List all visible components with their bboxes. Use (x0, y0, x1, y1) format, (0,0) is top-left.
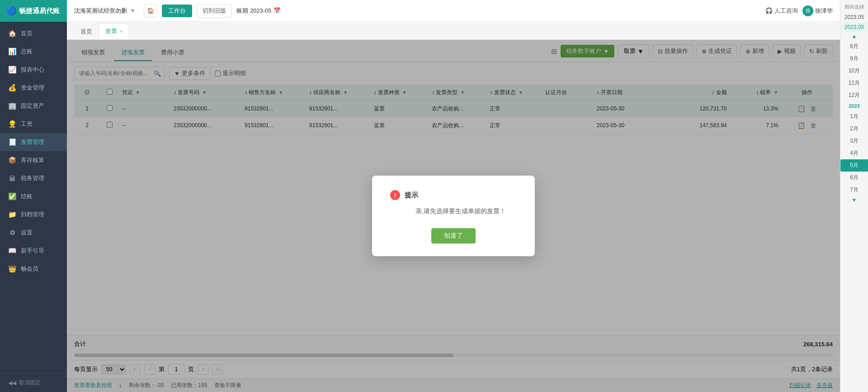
period-month-8[interactable]: 8月 (840, 40, 868, 53)
content-area: 销项发票 进项发票 费用小票 ⊞ 税务数字账户 ▼ 取票 (67, 40, 840, 392)
sidebar-item-settings[interactable]: ⚙ 设置 (0, 224, 67, 242)
sidebar-item-tax[interactable]: 🏛 税务管理 (0, 169, 67, 187)
user-menu[interactable]: 徐 徐泽华 (802, 5, 833, 16)
topbar: 沈海英测试经营勿删 ▼ 🏠 工作台 切到旧版 账期 2023-05 📅 🎧 人工… (67, 0, 840, 22)
period-panel-header: 期间选择 (844, 2, 864, 12)
page-tabs: 首页 发票 × (67, 22, 840, 40)
support-label: 人工咨询 (774, 7, 798, 15)
modal-title: 提示 (405, 191, 418, 200)
period-month-7[interactable]: 7月 (840, 184, 868, 196)
period-display: 账期 2023-05 📅 (236, 7, 281, 15)
period-label: 账期 (236, 7, 248, 15)
workbench-button[interactable]: 工作台 (162, 5, 192, 17)
sidebar-item-label: 工资 (21, 120, 33, 128)
period-year-2023-mid: 2023 (840, 101, 868, 110)
period-month-9[interactable]: 9月 (840, 53, 868, 65)
tab-invoice-label: 发票 (105, 27, 117, 35)
sidebar-item-archive[interactable]: 📁 归档管理 (0, 206, 67, 224)
period-month-1[interactable]: 1月 (840, 110, 868, 123)
sidebar-item-ledger[interactable]: 📊 总账 (0, 43, 67, 61)
home-icon: 🏠 (8, 29, 16, 38)
company-dropdown-icon: ▼ (130, 7, 136, 14)
report-icon: 📈 (8, 66, 16, 74)
period-scroll-up[interactable]: ▲ (852, 32, 857, 40)
finance-icon: 💰 (8, 84, 16, 92)
sidebar-item-guide[interactable]: 📖 新手引导 (0, 242, 67, 260)
inventory-icon: 📦 (8, 156, 16, 164)
user-name: 徐泽华 (815, 7, 833, 15)
main-area: 沈海英测试经营勿删 ▼ 🏠 工作台 切到旧版 账期 2023-05 📅 🎧 人工… (67, 0, 840, 392)
logo-icon: 🔵 (6, 6, 16, 16)
sidebar-item-label: 报表中心 (21, 66, 44, 74)
close-tab-icon[interactable]: × (120, 29, 123, 34)
sidebar-item-label: 固定资产 (21, 102, 44, 110)
invoice-icon: 🧾 (8, 138, 16, 146)
sidebar-item-label: 税务管理 (21, 174, 44, 182)
tab-invoice[interactable]: 发票 × (99, 23, 129, 39)
modal-overlay: ! 提示 亲,请先选择要生成单据的发票！ 知道了 (67, 40, 840, 392)
switch-label: 切到旧版 (203, 7, 226, 14)
period-month-3[interactable]: 3月 (840, 135, 868, 147)
sidebar-item-label: 资金管理 (21, 84, 44, 92)
tax-icon: 🏛 (8, 175, 16, 182)
sidebar-item-close[interactable]: ✅ 结账 (0, 187, 67, 206)
calendar-icon[interactable]: 📅 (274, 7, 281, 14)
sidebar-item-home[interactable]: 🏠 首页 (0, 24, 67, 43)
salary-icon: 👷 (8, 120, 16, 128)
period-month-12[interactable]: 12月 (840, 89, 868, 101)
ledger-icon: 📊 (8, 48, 16, 56)
switch-version-button[interactable]: 切到旧版 (197, 4, 232, 18)
period-scroll-down[interactable]: ▼ (852, 196, 857, 204)
period-panel: 期间选择 2023.05 2023.05 ▲ 8月 9月 10月 11月 12月… (840, 0, 868, 392)
sidebar-item-label: 总账 (21, 48, 33, 56)
app-logo: 🔵 畅捷通易代账 (0, 0, 67, 22)
guide-icon: 📖 (8, 247, 16, 255)
settings-icon: ⚙ (8, 229, 16, 237)
sidebar-item-salary[interactable]: 👷 工资 (0, 115, 67, 133)
sidebar: 🔵 畅捷通易代账 🏠 首页 📊 总账 📈 报表中心 💰 资金管理 🏢 (0, 0, 67, 392)
sidebar-item-label: 归档管理 (21, 210, 44, 219)
sidebar-nav: 🏠 首页 📊 总账 📈 报表中心 💰 资金管理 🏢 固定资产 👷 工资 (0, 22, 67, 373)
sidebar-item-report[interactable]: 📈 报表中心 (0, 61, 67, 79)
period-month-10[interactable]: 10月 (840, 65, 868, 77)
assets-icon: 🏢 (8, 102, 16, 110)
period-month-2[interactable]: 2月 (840, 123, 868, 135)
period-month-6[interactable]: 6月 (840, 172, 868, 184)
modal-title-row: ! 提示 (390, 190, 517, 200)
period-year-2[interactable]: 2023.05 (840, 22, 868, 32)
company-selector[interactable]: 沈海英测试经营勿删 ▼ (74, 7, 136, 15)
logo-text: 畅捷通易代账 (19, 7, 60, 15)
pin-left-icon: ◀◀ (8, 380, 16, 386)
period-month-5[interactable]: 5月 (840, 159, 868, 172)
archive-icon: 📁 (8, 210, 16, 219)
sidebar-item-label: 结账 (21, 192, 33, 201)
period-month-4[interactable]: 4月 (840, 147, 868, 159)
tab-home-label: 首页 (80, 28, 92, 36)
sidebar-item-vip[interactable]: 👑 畅会员 (0, 260, 67, 278)
avatar: 徐 (802, 5, 813, 16)
sidebar-item-finance[interactable]: 💰 资金管理 (0, 79, 67, 97)
tab-home[interactable]: 首页 (74, 24, 99, 39)
period-value: 2023-05 (250, 7, 272, 14)
modal-footer: 知道了 (390, 228, 517, 244)
support-button[interactable]: 🎧 人工咨询 (765, 7, 798, 15)
period-year-1[interactable]: 2023.05 (840, 12, 868, 22)
period-month-11[interactable]: 11月 (840, 77, 868, 89)
modal-confirm-button[interactable]: 知道了 (431, 228, 476, 244)
building-icon: 🏠 (147, 7, 154, 14)
warning-icon: ! (390, 190, 400, 200)
sidebar-item-assets[interactable]: 🏢 固定资产 (0, 97, 67, 115)
collapse-label: 取消固定 (19, 379, 41, 387)
sidebar-item-invoice[interactable]: 🧾 发票管理 (0, 133, 67, 151)
sidebar-item-label: 畅会员 (21, 265, 38, 273)
sidebar-item-label: 首页 (21, 29, 33, 38)
modal-dialog: ! 提示 亲,请先选择要生成单据的发票！ 知道了 (372, 176, 535, 256)
sidebar-footer[interactable]: ◀◀ 取消固定 (0, 373, 67, 392)
sidebar-item-inventory[interactable]: 📦 库存核算 (0, 151, 67, 169)
sidebar-item-label: 发票管理 (21, 138, 44, 146)
close-accounts-icon: ✅ (8, 192, 16, 201)
sidebar-item-label: 库存核算 (21, 156, 44, 164)
workbench-label: 工作台 (168, 7, 186, 14)
company-settings-button[interactable]: 🏠 (144, 4, 157, 18)
confirm-label: 知道了 (444, 232, 463, 239)
